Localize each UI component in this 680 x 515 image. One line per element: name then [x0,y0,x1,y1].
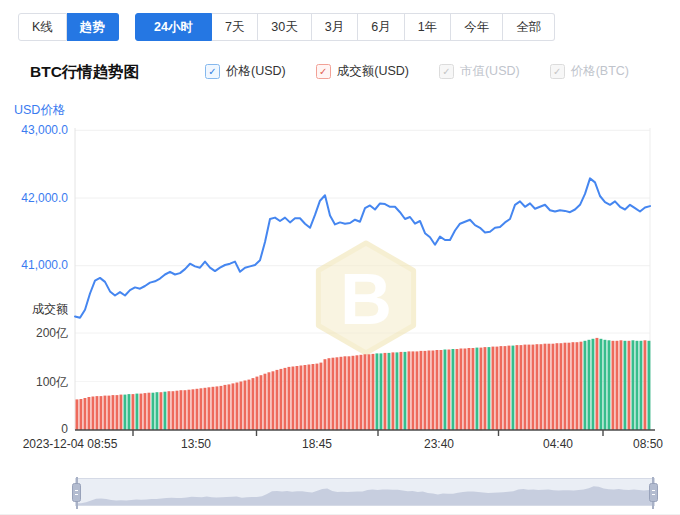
legend-price-usd[interactable]: ✓ 价格(USD) [205,63,286,80]
checkbox-disabled-icon: ✓ [550,64,565,79]
legend-label: 价格(USD) [226,63,286,80]
tab-bar: K线 趋势 24小时 7天 30天 3月 6月 1年 今年 全部 [0,13,680,41]
x-axis-labels: 2023-12-04 08:55 13:50 18:45 23:40 04:40… [0,437,680,453]
tab-range-3m[interactable]: 3月 [312,13,358,41]
slider-handle-left[interactable] [72,483,81,502]
x-tick-label: 18:45 [302,437,332,451]
chart-type-switch: K线 趋势 [18,13,119,41]
tab-range-7d[interactable]: 7天 [212,13,258,41]
btc-trend-chart-page: K线 趋势 24小时 7天 30天 3月 6月 1年 今年 全部 BTC行情趋势… [0,0,680,515]
slider-svg [76,479,654,505]
tab-range-ytd[interactable]: 今年 [451,13,503,41]
time-range-switch: 24小时 7天 30天 3月 6月 1年 今年 全部 [135,13,555,41]
tab-range-all[interactable]: 全部 [503,13,555,41]
checkbox-disabled-icon: ✓ [439,64,454,79]
svg-text:B: B [340,259,392,339]
legend-label: 成交额(USD) [337,63,409,80]
tab-range-24h[interactable]: 24小时 [135,13,212,41]
chart-header: BTC行情趋势图 ✓ 价格(USD) ✓ 成交额(USD) ✓ 市值(USD) … [0,60,680,86]
legend-label: 价格(BTC) [571,63,629,80]
page-title: BTC行情趋势图 [30,62,139,83]
tab-kline[interactable]: K线 [18,13,67,41]
tab-range-6m[interactable]: 6月 [358,13,404,41]
x-tick-label: 2023-12-04 08:55 [23,437,118,451]
tab-range-30d[interactable]: 30天 [258,13,311,41]
x-tick-label: 13:50 [181,437,211,451]
checkbox-checked-icon[interactable]: ✓ [205,64,220,79]
legend-volume-usd[interactable]: ✓ 成交额(USD) [316,63,409,80]
checkbox-checked-icon[interactable]: ✓ [316,64,331,79]
slider-handle-right[interactable] [649,483,658,502]
x-axis-ticks [133,430,603,436]
x-tick-label: 23:40 [424,437,454,451]
x-tick-label: 04:40 [543,437,573,451]
legend-price-btc[interactable]: ✓ 价格(BTC) [550,63,629,80]
x-tick-label: 08:50 [633,437,663,451]
datazoom-slider[interactable] [75,478,655,506]
watermark-logo-icon: B [318,243,413,353]
legend-label: 市值(USD) [460,63,520,80]
tab-trend[interactable]: 趋势 [67,13,119,41]
plot-svg: B [0,100,680,455]
legend-marketcap-usd[interactable]: ✓ 市值(USD) [439,63,520,80]
tab-range-1y[interactable]: 1年 [405,13,451,41]
series-legend: ✓ 价格(USD) ✓ 成交额(USD) ✓ 市值(USD) ✓ 价格(BTC) [205,63,629,80]
